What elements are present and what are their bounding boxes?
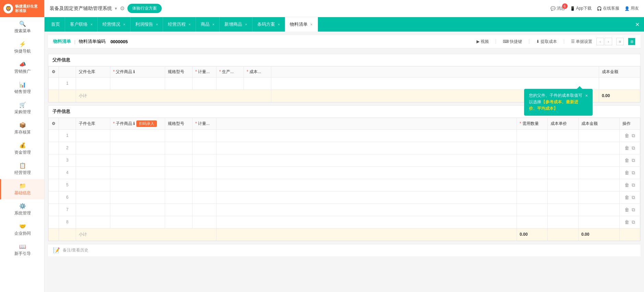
- child-row-product-6[interactable]: [110, 203, 165, 216]
- child-row-cost-price-5[interactable]: [548, 191, 579, 203]
- child-row-product-1[interactable]: [110, 142, 165, 154]
- tooltip-close-button[interactable]: ×: [585, 92, 588, 100]
- tab-close-1[interactable]: ×: [90, 22, 92, 26]
- sidebar-item-system[interactable]: ⚙️系统管理: [0, 199, 44, 220]
- delete-icon-5[interactable]: 🗑: [624, 195, 629, 200]
- parent-row-unit-cell[interactable]: [193, 77, 216, 90]
- view-switch-button[interactable]: ≡: [616, 38, 624, 45]
- sidebar-item-quick-nav[interactable]: ⚡快捷导航: [0, 37, 44, 58]
- extract-cost-button[interactable]: ⬇ 提取成本: [536, 39, 557, 45]
- child-row-unit-7[interactable]: [193, 216, 216, 228]
- child-row-warehouse-2[interactable]: [76, 154, 110, 166]
- child-row-spec-3[interactable]: [165, 166, 193, 179]
- child-row-qty-1[interactable]: [517, 142, 548, 154]
- child-row-product-7[interactable]: [110, 216, 165, 228]
- copy-icon-3[interactable]: ⧉: [632, 170, 635, 175]
- single-settings-button[interactable]: ☰ 单据设置: [571, 39, 592, 45]
- delete-icon-1[interactable]: 🗑: [624, 145, 629, 151]
- shortcut-button[interactable]: ⌨ 快捷键: [503, 39, 522, 45]
- online-service-item[interactable]: 🎧 在线客服: [597, 5, 619, 11]
- sidebar-item-sales[interactable]: 📊销售管理: [0, 78, 44, 98]
- copy-icon-4[interactable]: ⧉: [632, 182, 635, 188]
- child-row-qty-3[interactable]: [517, 166, 548, 179]
- sidebar-item-search[interactable]: 🔍搜索菜单: [0, 17, 44, 37]
- nav-tab-4[interactable]: 经营历程×: [163, 17, 196, 32]
- nav-tab-1[interactable]: 客户联络×: [65, 17, 98, 32]
- delete-icon-0[interactable]: 🗑: [624, 133, 629, 138]
- system-dropdown-arrow[interactable]: ▾: [115, 6, 117, 11]
- child-row-cost-price-6[interactable]: [548, 203, 579, 216]
- child-row-spec-6[interactable]: [165, 203, 193, 216]
- child-row-warehouse-1[interactable]: [76, 142, 110, 154]
- tab-close-2[interactable]: ×: [123, 22, 125, 26]
- child-row-qty-0[interactable]: [517, 129, 548, 142]
- copy-icon-7[interactable]: ⧉: [632, 219, 635, 225]
- delete-icon-6[interactable]: 🗑: [624, 207, 629, 212]
- child-row-unit-0[interactable]: [193, 129, 216, 142]
- prev-record-button[interactable]: ‹: [596, 38, 604, 45]
- parent-col-settings[interactable]: ⚙: [49, 66, 59, 77]
- tab-close-8[interactable]: ×: [310, 22, 312, 26]
- parent-row-spec-cell[interactable]: [165, 77, 193, 90]
- copy-icon-1[interactable]: ⧉: [632, 145, 635, 151]
- sidebar-item-operations[interactable]: 📋经营管理: [0, 159, 44, 179]
- child-row-cost-price-4[interactable]: [548, 179, 579, 191]
- scan-input-button[interactable]: 扫码录入: [136, 120, 157, 127]
- child-row-warehouse-4[interactable]: [76, 179, 110, 191]
- child-row-product-5[interactable]: [110, 191, 165, 203]
- delete-icon-7[interactable]: 🗑: [624, 219, 629, 225]
- copy-icon-0[interactable]: ⧉: [632, 133, 635, 138]
- child-row-spec-7[interactable]: [165, 216, 193, 228]
- child-row-spec-4[interactable]: [165, 179, 193, 191]
- tab-close-6[interactable]: ×: [245, 22, 247, 26]
- message-item[interactable]: 💬 消息 6: [550, 5, 565, 11]
- trial-button[interactable]: 体验行业方案: [127, 4, 162, 13]
- child-row-cost-price-7[interactable]: [548, 216, 579, 228]
- tab-close-5[interactable]: ×: [212, 22, 214, 26]
- sidebar-item-guide[interactable]: 📖新手引导: [0, 240, 44, 260]
- child-row-qty-6[interactable]: [517, 203, 548, 216]
- nav-tab-2[interactable]: 经营情况×: [98, 17, 130, 32]
- tab-close-7[interactable]: ×: [278, 22, 280, 26]
- delete-icon-3[interactable]: 🗑: [624, 170, 629, 175]
- sidebar-item-cooperation[interactable]: 🤝企业协同: [0, 220, 44, 240]
- nav-tab-7[interactable]: 条码方案×: [252, 17, 285, 32]
- child-row-qty-2[interactable]: [517, 154, 548, 166]
- nav-tab-8[interactable]: 物料清单×: [285, 17, 318, 32]
- child-row-cost-price-1[interactable]: [548, 142, 579, 154]
- nav-tab-3[interactable]: 利润报告×: [131, 17, 163, 32]
- copy-icon-5[interactable]: ⧉: [632, 195, 635, 200]
- sidebar-item-basic-info[interactable]: 📁基础信息: [0, 179, 44, 199]
- child-row-spec-5[interactable]: [165, 191, 193, 203]
- next-record-button[interactable]: ›: [605, 38, 612, 45]
- child-row-qty-7[interactable]: [517, 216, 548, 228]
- sidebar-item-inventory[interactable]: 📦库存核算: [0, 118, 44, 139]
- child-row-product-4[interactable]: [110, 179, 165, 191]
- parent-row-product-cell[interactable]: [110, 77, 165, 90]
- child-row-cost-price-3[interactable]: [548, 166, 579, 179]
- app-download-item[interactable]: 📱 App下载: [570, 5, 592, 11]
- sidebar-item-finance[interactable]: 💰资金管理: [0, 139, 44, 159]
- sidebar-item-marketing[interactable]: 📣营销推广: [0, 58, 44, 78]
- settings-icon[interactable]: ⚙: [120, 5, 125, 12]
- view-video-button[interactable]: ▶ 视频: [476, 39, 489, 45]
- view-switch-grid-button[interactable]: ⊞: [628, 38, 635, 45]
- child-row-spec-1[interactable]: [165, 142, 193, 154]
- child-col-settings[interactable]: ⚙: [49, 118, 59, 129]
- child-row-product-0[interactable]: [110, 129, 165, 142]
- child-row-unit-2[interactable]: [193, 154, 216, 166]
- copy-icon-2[interactable]: ⧉: [632, 157, 635, 163]
- child-row-spec-2[interactable]: [165, 154, 193, 166]
- tab-close-3[interactable]: ×: [156, 22, 158, 26]
- parent-row-warehouse-cell[interactable]: [76, 77, 110, 90]
- child-row-cost-price-0[interactable]: [548, 129, 579, 142]
- tab-close-4[interactable]: ×: [188, 22, 190, 26]
- child-row-warehouse-3[interactable]: [76, 166, 110, 179]
- child-row-product-2[interactable]: [110, 154, 165, 166]
- nav-tab-0[interactable]: 首页: [46, 17, 65, 32]
- nav-tab-5[interactable]: 商品×: [196, 17, 220, 32]
- child-row-unit-1[interactable]: [193, 142, 216, 154]
- child-row-warehouse-6[interactable]: [76, 203, 110, 216]
- nav-tab-6[interactable]: 新增商品×: [220, 17, 252, 32]
- child-row-cost-price-2[interactable]: [548, 154, 579, 166]
